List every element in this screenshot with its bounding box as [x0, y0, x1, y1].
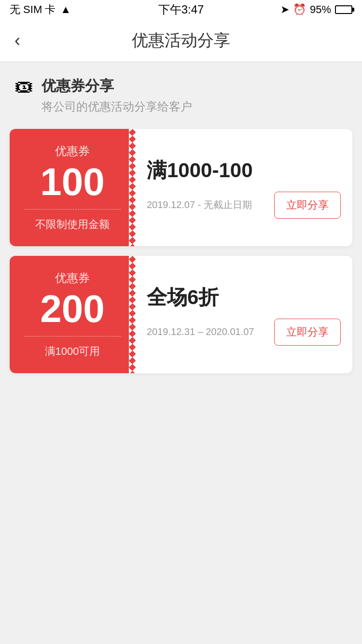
coupon-condition-0: 不限制使用金额	[35, 217, 110, 232]
coupon-label-1: 优惠券	[55, 270, 90, 286]
coupon-card-0: 优惠券 100 不限制使用金额 满1000-100 2019.12.07 - 无…	[10, 129, 352, 246]
location-icon: ➤	[280, 3, 289, 16]
coupon-date-0: 2019.12.07 - 无截止日期	[147, 198, 274, 211]
alarm-icon: ⏰	[293, 3, 306, 16]
coupon-divider-1	[24, 336, 121, 336]
section-header: 🎟 优惠券分享 将公司的优惠活动分享给客户	[0, 62, 362, 124]
status-right: ➤ ⏰ 95%	[280, 3, 352, 16]
section-title: 优惠券分享	[42, 76, 192, 96]
share-button-0[interactable]: 立即分享	[274, 192, 341, 219]
coupon-label-0: 优惠券	[55, 143, 90, 159]
coupon-list: 优惠券 100 不限制使用金额 满1000-100 2019.12.07 - 无…	[0, 124, 362, 378]
carrier-label: 无 SIM 卡	[10, 2, 56, 17]
status-bar: 无 SIM 卡 ▲ 下午3:47 ➤ ⏰ 95%	[0, 0, 362, 19]
coupon-share-icon: 🎟	[14, 76, 34, 96]
wifi-icon: ▲	[60, 3, 71, 16]
section-text: 优惠券分享 将公司的优惠活动分享给客户	[42, 76, 192, 114]
coupon-name-0: 满1000-100	[147, 157, 341, 184]
back-button[interactable]: ‹	[14, 30, 20, 51]
coupon-bottom-0: 2019.12.07 - 无截止日期 立即分享	[147, 192, 341, 219]
status-time: 下午3:47	[158, 2, 204, 17]
section-subtitle: 将公司的优惠活动分享给客户	[42, 99, 192, 114]
coupon-bottom-1: 2019.12.31 – 2020.01.07 立即分享	[147, 319, 341, 346]
share-button-1[interactable]: 立即分享	[274, 319, 341, 346]
coupon-divider-0	[24, 209, 121, 210]
coupon-amount-0: 100	[40, 163, 104, 201]
coupon-date-1: 2019.12.31 – 2020.01.07	[147, 326, 274, 337]
coupon-right-1: 全场6折 2019.12.31 – 2020.01.07 立即分享	[135, 256, 352, 373]
coupon-amount-1: 200	[40, 290, 104, 328]
coupon-left-1: 优惠券 200 满1000可用	[10, 256, 135, 373]
coupon-condition-1: 满1000可用	[45, 344, 100, 359]
coupon-left-0: 优惠券 100 不限制使用金额	[10, 129, 135, 246]
coupon-card-1: 优惠券 200 满1000可用 全场6折 2019.12.31 – 2020.0…	[10, 256, 352, 373]
battery-icon	[335, 5, 352, 14]
page-title: 优惠活动分享	[132, 29, 230, 52]
coupon-name-1: 全场6折	[147, 284, 341, 311]
coupon-right-0: 满1000-100 2019.12.07 - 无截止日期 立即分享	[135, 129, 352, 246]
nav-bar: ‹ 优惠活动分享	[0, 19, 362, 62]
status-left: 无 SIM 卡 ▲	[10, 2, 71, 17]
battery-percent: 95%	[310, 3, 331, 16]
empty-space	[0, 378, 362, 619]
